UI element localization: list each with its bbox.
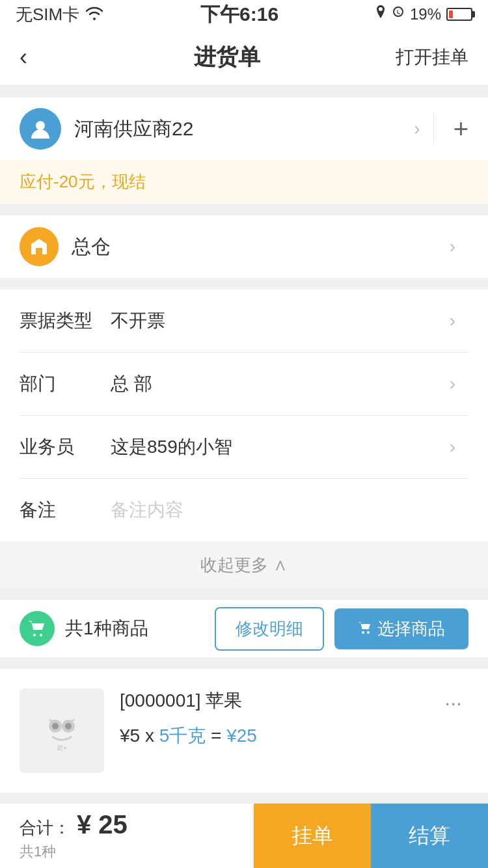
total-sub: 共1种 (20, 842, 234, 861)
battery-percent: 19% (410, 5, 441, 23)
add-button[interactable]: + (454, 115, 468, 144)
svg-point-9 (65, 723, 72, 729)
remarks-row[interactable]: 备注 备注内容 (0, 479, 488, 541)
status-left: 无SIM卡 (16, 3, 104, 26)
battery-icon (446, 8, 472, 21)
invoice-chevron-icon: › (450, 310, 455, 331)
section-gap-5 (0, 657, 488, 669)
alarm-icon (392, 5, 405, 23)
warehouse-row[interactable]: 总仓 › (0, 215, 488, 278)
product-item: 碧+ [0000001] 苹果 ¥5 x 5千克 = ¥25 ··· (0, 669, 488, 793)
product-count-label: 共1种商品 (65, 616, 215, 641)
department-chevron-icon: › (450, 373, 455, 394)
price-unit: ¥5 (120, 726, 140, 746)
warehouse-icon (20, 227, 59, 266)
page-title: 进货单 (194, 42, 260, 72)
status-right: 19% (375, 5, 472, 23)
product-name: [0000001] 苹果 (120, 688, 422, 713)
salesperson-chevron-icon: › (450, 437, 455, 457)
edit-detail-button[interactable]: 修改明细 (215, 607, 324, 651)
warehouse-chevron-icon: › (450, 236, 455, 257)
equals-sign: = (206, 726, 226, 746)
nav-bar: ‹ 进货单 打开挂单 (0, 29, 488, 86)
salesperson-value: 这是859的小智 (111, 435, 450, 459)
quantity: 5千克 (159, 726, 206, 746)
supplier-chevron-icon: › (414, 118, 420, 139)
product-thumbnail: 碧+ (20, 688, 104, 773)
remarks-label: 备注 (20, 498, 111, 522)
checkout-button[interactable]: 结算 (371, 804, 488, 869)
invoice-type-label: 票据类型 (20, 308, 111, 333)
department-row[interactable]: 部门 总 部 › (0, 353, 488, 415)
total-amount: ¥ 25 (77, 810, 128, 839)
carrier-label: 无SIM卡 (16, 3, 79, 26)
salesperson-label: 业务员 (20, 435, 111, 459)
select-product-button[interactable]: 选择商品 (334, 608, 468, 649)
cart-icon (358, 619, 372, 639)
product-total: ¥25 (226, 726, 257, 746)
total-main: 合计： ¥ 25 (20, 810, 234, 839)
supplier-row[interactable]: 河南供应商22 › + (0, 98, 488, 160)
department-value: 总 部 (111, 372, 450, 396)
supplier-name: 河南供应商22 (74, 116, 414, 142)
svg-point-4 (362, 631, 364, 634)
location-icon (375, 5, 386, 23)
supplier-avatar (20, 108, 61, 150)
status-bar: 无SIM卡 下午6:16 19% (0, 0, 488, 29)
warehouse-card: 总仓 › (0, 215, 488, 278)
warehouse-name: 总仓 (72, 234, 450, 260)
department-label: 部门 (20, 372, 111, 396)
product-header: 共1种商品 修改明细 选择商品 (0, 600, 488, 657)
bottom-bar: 合计： ¥ 25 共1种 挂单 结算 (0, 803, 488, 868)
total-label: 合计： (20, 817, 70, 839)
svg-point-5 (367, 631, 370, 634)
supplier-card: 河南供应商22 › + 应付-20元，现结 (0, 98, 488, 204)
wifi-icon (85, 5, 104, 25)
product-info: [0000001] 苹果 ¥5 x 5千克 = ¥25 (120, 688, 422, 748)
back-button[interactable]: ‹ (20, 44, 59, 71)
vertical-divider (433, 113, 434, 145)
status-time: 下午6:16 (200, 1, 278, 28)
product-icon (20, 611, 55, 646)
section-gap-1 (0, 86, 488, 98)
select-product-label: 选择商品 (377, 617, 445, 640)
svg-rect-1 (36, 248, 42, 254)
svg-point-8 (52, 723, 59, 729)
product-price: ¥5 x 5千克 = ¥25 (120, 724, 422, 748)
pend-button[interactable]: 挂单 (254, 804, 371, 869)
svg-point-3 (40, 634, 42, 636)
open-pending-button[interactable]: 打开挂单 (396, 45, 468, 70)
svg-point-2 (33, 634, 36, 636)
salesperson-row[interactable]: 业务员 这是859的小智 › (0, 416, 488, 478)
total-section: 合计： ¥ 25 共1种 (0, 810, 254, 861)
more-options-button[interactable]: ··· (438, 688, 468, 718)
remarks-input[interactable]: 备注内容 (111, 498, 468, 522)
multiply-sign: x (140, 726, 159, 746)
svg-point-0 (36, 121, 45, 130)
form-card: 票据类型 不开票 › 部门 总 部 › 业务员 这是859的小智 › 备注 备注… (0, 290, 488, 541)
section-gap-2 (0, 204, 488, 215)
invoice-type-value: 不开票 (111, 308, 450, 333)
section-gap-3 (0, 278, 488, 290)
collapse-bar[interactable]: 收起更多 ∧ (0, 541, 488, 588)
notice-bar: 应付-20元，现结 (0, 160, 488, 204)
invoice-type-row[interactable]: 票据类型 不开票 › (0, 290, 488, 352)
svg-text:碧+: 碧+ (57, 744, 67, 752)
section-gap-4 (0, 588, 488, 600)
